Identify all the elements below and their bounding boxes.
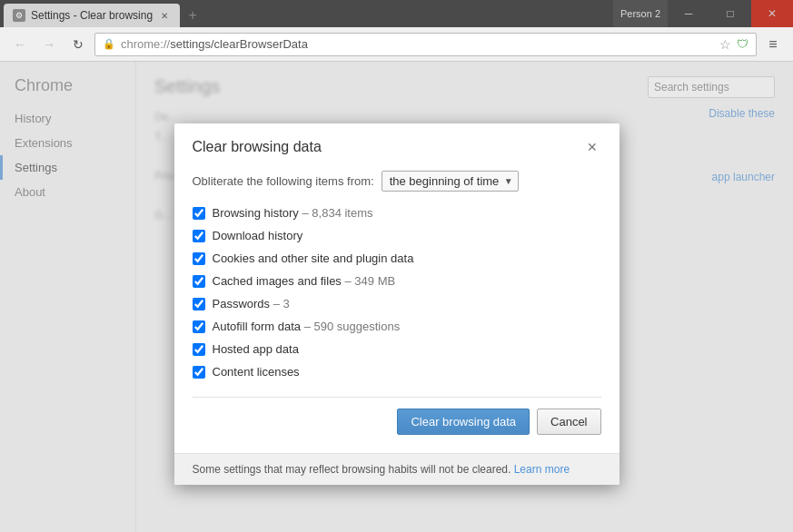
- button-divider: [193, 397, 601, 398]
- url-display: chrome://settings/clearBrowserData: [121, 37, 714, 51]
- autofill-label: Autofill form data – 590 suggestions: [213, 320, 401, 333]
- cached-images-item: Cached images and files – 349 MB: [193, 274, 601, 288]
- titlebar: ⚙ Settings - Clear browsing ✕ + Person 2…: [0, 0, 793, 27]
- browsing-history-checkbox[interactable]: [193, 206, 205, 219]
- address-bar[interactable]: 🔒 chrome://settings/clearBrowserData ☆ 🛡: [94, 33, 757, 56]
- url-path: settings/clearBrowserData: [170, 37, 308, 51]
- passwords-count: – 3: [273, 297, 290, 310]
- browsing-history-count: – 8,834 items: [302, 206, 372, 220]
- content-licenses-label: Content licenses: [213, 365, 300, 379]
- time-range-select[interactable]: the beginning of time the past hour the …: [382, 171, 519, 192]
- bookmark-star-icon[interactable]: ☆: [719, 37, 731, 52]
- cookies-item: Cookies and other site and plugin data: [193, 251, 601, 265]
- back-button[interactable]: ←: [7, 32, 33, 57]
- passwords-label: Passwords – 3: [213, 297, 290, 310]
- chrome-menu-button[interactable]: ≡: [760, 32, 786, 57]
- dialog-action-buttons: Clear browsing data Cancel: [193, 401, 601, 438]
- dialog-header: Clear browsing data ✕: [174, 123, 620, 163]
- reload-icon: ↻: [73, 37, 84, 52]
- autofill-checkbox[interactable]: [193, 320, 205, 332]
- main-area: Chrome History Extensions Settings About…: [0, 62, 793, 532]
- menu-icon: ≡: [768, 36, 777, 53]
- reload-button[interactable]: ↻: [65, 32, 91, 57]
- passwords-checkbox[interactable]: [193, 297, 205, 310]
- page-icon: 🔒: [103, 38, 115, 50]
- clear-browsing-data-dialog: Clear browsing data ✕ Obliterate the fol…: [174, 123, 620, 485]
- dialog-title: Clear browsing data: [193, 139, 322, 155]
- time-select-wrapper: the beginning of time the past hour the …: [382, 171, 519, 192]
- download-history-checkbox[interactable]: [193, 229, 205, 241]
- browsing-history-label: Browsing history – 8,834 items: [213, 206, 373, 220]
- cookies-label: Cookies and other site and plugin data: [213, 251, 414, 265]
- browser-toolbar: ← → ↻ 🔒 chrome://settings/clearBrowserDa…: [0, 27, 793, 62]
- shield-icon: 🛡: [737, 37, 748, 51]
- footer-text: Some settings that may reflect browsing …: [193, 463, 511, 476]
- cached-images-label: Cached images and files – 349 MB: [213, 274, 396, 288]
- hosted-app-item: Hosted app data: [193, 342, 601, 356]
- autofill-item: Autofill form data – 590 suggestions: [193, 320, 601, 333]
- cache-size: – 349 MB: [344, 274, 395, 288]
- content-licenses-checkbox[interactable]: [193, 365, 205, 378]
- new-tab-button[interactable]: +: [180, 4, 205, 27]
- active-tab[interactable]: ⚙ Settings - Clear browsing ✕: [4, 4, 180, 27]
- tab-favicon: ⚙: [13, 9, 25, 22]
- browsing-history-item: Browsing history – 8,834 items: [193, 206, 601, 220]
- forward-button[interactable]: →: [36, 32, 62, 57]
- hosted-app-label: Hosted app data: [213, 342, 299, 356]
- learn-more-link[interactable]: Learn more: [514, 463, 570, 476]
- minimize-button[interactable]: ─: [668, 0, 709, 27]
- dialog-close-button[interactable]: ✕: [583, 138, 601, 156]
- user-profile-button[interactable]: Person 2: [613, 0, 668, 27]
- time-range-row: Obliterate the following items from: the…: [193, 171, 601, 192]
- dialog-footer-info: Some settings that may reflect browsing …: [174, 453, 620, 485]
- close-icon: ✕: [587, 140, 598, 154]
- download-history-item: Download history: [193, 229, 601, 242]
- passwords-item: Passwords – 3: [193, 297, 601, 310]
- clear-browsing-data-button[interactable]: Clear browsing data: [397, 409, 530, 435]
- tab-area: ⚙ Settings - Clear browsing ✕ +: [0, 0, 205, 27]
- autofill-count: – 590 suggestions: [304, 320, 401, 333]
- content-licenses-item: Content licenses: [193, 365, 601, 379]
- tab-label: Settings - Clear browsing: [31, 9, 153, 22]
- cancel-button[interactable]: Cancel: [537, 409, 600, 435]
- hosted-app-checkbox[interactable]: [193, 342, 205, 355]
- obliterate-label: Obliterate the following items from:: [193, 174, 374, 188]
- restore-button[interactable]: □: [709, 0, 751, 27]
- back-icon: ←: [14, 37, 26, 52]
- close-window-button[interactable]: ✕: [751, 0, 793, 27]
- dialog-body: Obliterate the following items from: the…: [174, 163, 620, 453]
- titlebar-left: ⚙ Settings - Clear browsing ✕ +: [0, 0, 613, 27]
- download-history-label: Download history: [213, 229, 303, 242]
- tab-close-button[interactable]: ✕: [158, 9, 171, 22]
- cached-images-checkbox[interactable]: [193, 274, 205, 287]
- url-scheme: chrome://: [121, 37, 170, 51]
- cookies-checkbox[interactable]: [193, 251, 205, 264]
- forward-icon: →: [43, 37, 55, 52]
- checkbox-list: Browsing history – 8,834 items Download …: [193, 206, 601, 379]
